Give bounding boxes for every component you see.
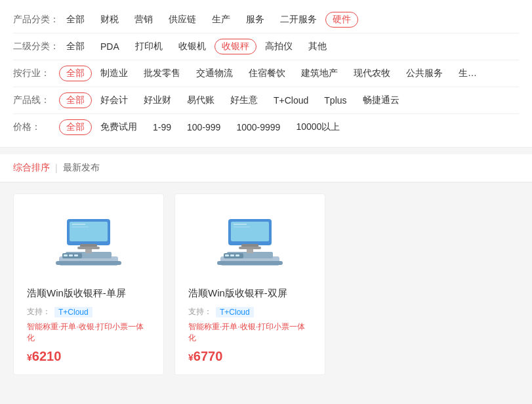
svg-rect-13 [74,254,78,256]
svg-rect-27 [235,254,239,256]
pos-machine-icon [214,214,286,273]
filter-item-tplus[interactable]: Tplus [317,93,354,108]
filter-item-bio[interactable]: 生… [451,66,484,81]
product-card-1[interactable]: 浩顺Win版收银秤-单屏 支持： T+Cloud 智能称重·开单·收银·打印小票… [13,193,164,375]
filter-items-category: 全部财税营销供应链生产服务二开服务硬件 [59,12,358,28]
filter-item-production[interactable]: 生产 [205,12,237,28]
support-label-1: 支持： [27,306,51,317]
price-symbol-1: ¥ [27,352,32,363]
filter-item-畅捷通[interactable]: 畅捷通云 [356,92,407,108]
filter-item-agri[interactable]: 现代农牧 [346,66,398,81]
filter-row-price: 价格： 全部免费试用1-99100-9991000-999910000以上 [13,114,519,140]
product-name-1: 浩顺Win版收银秤-单屏 [27,287,150,300]
product-image-2 [188,207,312,279]
filter-label-category: 产品分类： [13,14,59,26]
sort-bar: 综合排序 | 最新发布 [0,154,532,183]
filter-item-p4[interactable]: 10000以上 [289,119,347,135]
filter-item-p3[interactable]: 1000-9999 [229,120,287,134]
filter-row-category: 产品分类： 全部财税营销供应链生产服务二开服务硬件 [13,7,519,33]
filter-item-all[interactable]: 全部 [59,66,92,81]
product-card-2[interactable]: 浩顺Win版收银秤-双屏 支持： T+Cloud 智能称重·开单·收银·打印小票… [174,193,325,375]
products-grid: 浩顺Win版收银秤-单屏 支持： T+Cloud 智能称重·开单·收银·打印小票… [0,183,532,386]
filter-item-free[interactable]: 免费试用 [93,119,144,135]
filter-items-productline: 全部好会计好业财易代账好生意T+CloudTplus畅捷通云 [59,92,407,108]
filter-item-dazhang[interactable]: 易代账 [180,92,222,108]
support-tag-2: T+Cloud [216,307,254,317]
filter-item-cashier[interactable]: 收银机 [171,39,213,54]
product-name-2: 浩顺Win版收银秤-双屏 [188,287,312,300]
price-symbol-2: ¥ [188,352,194,363]
filter-label-price: 价格： [13,121,59,133]
product-support-1: 支持： T+Cloud [27,306,150,317]
product-desc-1: 智能称重·开单·收银·打印小票一体化 [27,321,150,344]
filter-row-industry: 按行业： 全部制造业批发零售交通物流住宿餐饮建筑地产现代农牧公共服务生… [13,60,519,87]
filter-item-all[interactable]: 全部 [59,119,92,135]
filter-item-printer[interactable]: 打印机 [128,39,170,54]
filter-row-subcategory: 二级分类： 全部PDA打印机收银机收银秤高拍仪其他 [13,33,519,60]
product-image-1 [27,207,150,279]
svg-rect-25 [225,254,229,256]
filter-item-retail[interactable]: 批发零售 [136,66,188,81]
filter-label-productline: 产品线： [13,94,59,106]
filter-label-subcategory: 二级分类： [13,41,59,52]
filter-item-shengyi[interactable]: 好生意 [223,92,265,108]
filter-item-hotel[interactable]: 住宿餐饮 [241,66,293,81]
filter-item-public[interactable]: 公共服务 [399,66,450,81]
svg-rect-16 [217,261,283,265]
filter-item-pda[interactable]: PDA [93,39,127,54]
svg-rect-9 [77,247,100,249]
filter-item-kuaiji[interactable]: 好会计 [93,92,135,108]
filter-item-construction[interactable]: 建筑地产 [294,66,345,81]
sort-comprehensive[interactable]: 综合排序 [13,159,50,176]
filter-item-mfg[interactable]: 制造业 [93,66,135,81]
svg-rect-26 [230,254,234,256]
filter-items-industry: 全部制造业批发零售交通物流住宿餐饮建筑地产现代农牧公共服务生… [59,66,484,81]
svg-rect-12 [69,254,73,256]
product-support-2: 支持： T+Cloud [188,306,312,317]
svg-rect-2 [56,261,121,265]
filter-item-tcloud[interactable]: T+Cloud [266,93,316,108]
filter-items-price: 全部免费试用1-99100-9991000-999910000以上 [59,119,347,135]
filter-item-marketing[interactable]: 营销 [127,12,160,28]
filter-label-industry: 按行业： [13,68,59,79]
filter-item-all[interactable]: 全部 [59,39,92,54]
svg-rect-23 [239,247,261,249]
filter-item-scale[interactable]: 收银秤 [215,39,256,54]
sort-newest[interactable]: 最新发布 [63,162,100,174]
filter-item-p1[interactable]: 1-99 [146,120,178,134]
filter-item-highcam[interactable]: 高拍仪 [258,39,300,54]
filter-item-service[interactable]: 服务 [239,12,272,28]
filter-item-supply[interactable]: 供应链 [161,12,203,28]
filter-row-productline: 产品线： 全部好会计好业财易代账好生意T+CloudTplus畅捷通云 [13,87,519,114]
filter-item-open[interactable]: 二开服务 [273,12,324,28]
filter-item-p2[interactable]: 100-999 [180,120,228,134]
filter-item-yecai[interactable]: 好业财 [136,92,178,108]
filter-section: 产品分类： 全部财税营销供应链生产服务二开服务硬件 二级分类： 全部PDA打印机… [0,0,532,148]
svg-rect-11 [64,254,68,256]
support-label-2: 支持： [188,306,212,317]
pos-machine-icon [52,214,125,273]
sort-separator: | [50,163,63,173]
filter-items-subcategory: 全部PDA打印机收银机收银秤高拍仪其他 [59,39,334,54]
filter-item-finance[interactable]: 财税 [93,12,126,28]
product-desc-2: 智能称重·开单·收银·打印小票一体化 [188,321,312,344]
filter-item-all[interactable]: 全部 [59,92,92,108]
filter-item-transport[interactable]: 交通物流 [189,66,240,81]
filter-item-other[interactable]: 其他 [301,39,334,54]
support-tag-1: T+Cloud [54,307,92,317]
filter-item-hardware[interactable]: 硬件 [325,12,358,28]
filter-item-all[interactable]: 全部 [59,12,92,28]
product-price-1: ¥6210 [27,349,150,364]
product-price-2: ¥6770 [188,349,312,364]
